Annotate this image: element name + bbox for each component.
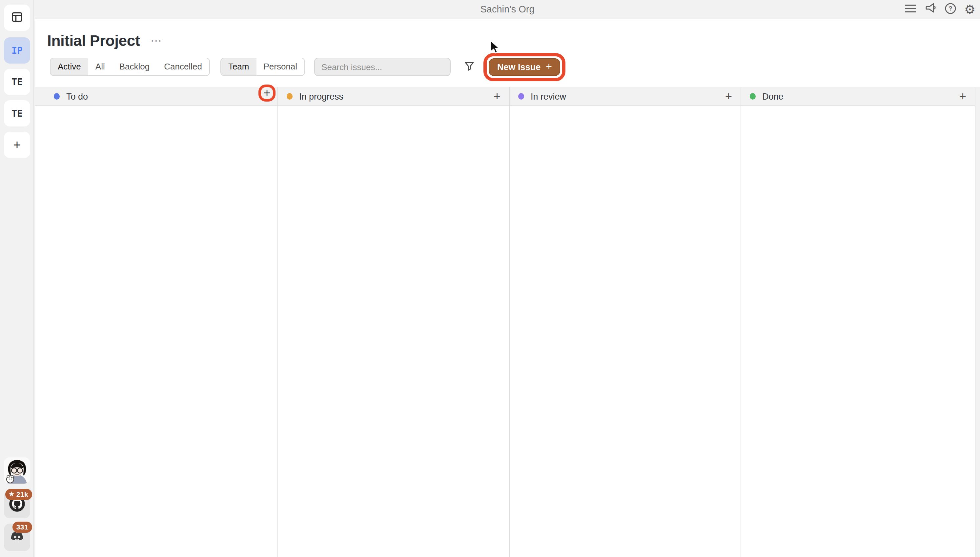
column-header-done: Done +: [741, 87, 975, 106]
column-done: Done +: [741, 87, 975, 557]
main-content: Initial Project ⋯ Active All Backlog Can…: [35, 19, 980, 557]
new-issue-button[interactable]: New Issue +: [489, 58, 560, 76]
more-options-icon[interactable]: ⋯: [149, 34, 163, 48]
add-issue-button-done[interactable]: +: [958, 87, 967, 106]
org-name: Sachin's Org: [35, 3, 980, 14]
controls-row: Active All Backlog Cancelled Team Person…: [50, 58, 980, 76]
plus-icon: +: [546, 62, 552, 72]
discord-count-badge: 331: [13, 522, 32, 533]
menu-button[interactable]: [905, 3, 916, 15]
column-title: In review: [531, 91, 566, 101]
column-todo: To do +: [35, 87, 278, 557]
status-dot-todo: [54, 93, 60, 99]
status-dot-in-review: [518, 93, 524, 99]
sidebar-workspace-te-2[interactable]: TE: [4, 100, 30, 127]
help-button[interactable]: ?: [944, 2, 956, 16]
column-header-todo: To do +: [35, 87, 278, 106]
column-header-in-progress: In progress +: [278, 87, 509, 106]
help-icon: ?: [944, 2, 956, 16]
top-bar: Sachin's Org: [35, 0, 980, 18]
page-title: Initial Project: [47, 32, 140, 50]
new-issue-label: New Issue: [497, 62, 541, 72]
column-title: In progress: [299, 91, 343, 101]
board-layout-icon: [10, 10, 24, 25]
all-boards-button[interactable]: [4, 5, 30, 31]
topbar-icons: ? ⚙: [905, 0, 975, 18]
github-stars-badge: ★ 21k: [5, 489, 32, 500]
tab-backlog[interactable]: Backlog: [112, 58, 157, 75]
status-dot-done: [750, 93, 756, 99]
user-avatar[interactable]: [4, 458, 30, 484]
funnel-icon: [464, 60, 475, 73]
column-body-in-review: [510, 106, 741, 557]
star-icon: ★: [9, 489, 15, 500]
add-workspace-button[interactable]: +: [4, 132, 30, 158]
filter-button[interactable]: [464, 60, 475, 73]
highlight-annotation-new-issue: New Issue +: [483, 53, 566, 81]
discord-member-count: 331: [16, 522, 28, 533]
svg-text:?: ?: [949, 5, 952, 11]
tab-cancelled[interactable]: Cancelled: [157, 58, 209, 75]
settings-button[interactable]: ⚙: [964, 3, 975, 15]
issue-filter-tabs: Active All Backlog Cancelled: [50, 58, 210, 76]
column-title: Done: [762, 91, 784, 101]
sidebar-workspace-ip[interactable]: IP: [4, 37, 30, 64]
column-header-in-review: In review +: [510, 87, 741, 106]
column-body-done: [741, 106, 975, 557]
workspace-sidebar: IP TE TE +: [0, 0, 34, 557]
column-in-review: In review +: [510, 87, 741, 557]
page-title-row: Initial Project ⋯: [47, 32, 163, 50]
highlight-annotation-add-todo: +: [258, 85, 276, 102]
column-body-in-progress: [278, 106, 509, 557]
announcements-button[interactable]: [924, 2, 937, 16]
tab-personal[interactable]: Personal: [256, 58, 304, 75]
tab-all[interactable]: All: [88, 58, 112, 75]
gear-icon: ⚙: [964, 3, 975, 15]
scope-tabs: Team Personal: [220, 58, 305, 76]
status-dot-in-progress: [287, 93, 292, 99]
tab-team[interactable]: Team: [221, 58, 256, 75]
hamburger-icon: [905, 3, 916, 15]
tab-active[interactable]: Active: [51, 58, 88, 75]
column-title: To do: [66, 91, 88, 101]
megaphone-icon: [924, 2, 937, 16]
github-stars-count: 21k: [16, 489, 28, 500]
add-issue-button-in-review[interactable]: +: [724, 87, 733, 106]
sidebar-workspace-te-1[interactable]: TE: [4, 69, 30, 95]
app-window: IP TE TE +: [0, 0, 980, 557]
kanban-board: To do + In progress + In revie: [35, 87, 980, 557]
add-issue-button-in-progress[interactable]: +: [492, 87, 502, 106]
scroll-gutter: [975, 87, 980, 557]
column-body-todo: [35, 106, 278, 557]
add-issue-button-todo[interactable]: +: [263, 86, 270, 100]
search-issues-input[interactable]: [314, 58, 451, 76]
column-in-progress: In progress +: [278, 87, 510, 557]
